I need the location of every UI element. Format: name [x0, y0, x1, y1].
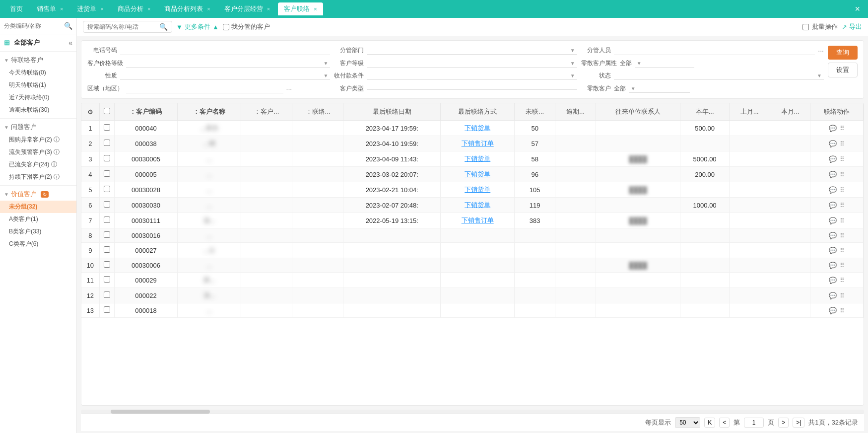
- nav-customer-contact[interactable]: 客户联络 ×: [278, 2, 323, 15]
- settings-icon[interactable]: ⚙: [87, 108, 93, 116]
- sidebar-search-icon[interactable]: 🔍: [64, 22, 72, 30]
- row-checkbox[interactable]: [99, 243, 114, 258]
- action-more-icon[interactable]: ⠿: [840, 155, 845, 163]
- action-more-icon[interactable]: ⠿: [840, 186, 845, 194]
- action-more-icon[interactable]: ⠿: [840, 307, 845, 314]
- action-more-icon[interactable]: ⠿: [840, 125, 845, 132]
- action-more-icon[interactable]: ⠿: [840, 247, 845, 254]
- table-scrollbar[interactable]: [81, 410, 864, 414]
- person-dots-icon[interactable]: ···: [818, 47, 824, 55]
- action-more-icon[interactable]: ⠿: [840, 202, 845, 209]
- action-chat-icon[interactable]: 💬: [829, 292, 837, 299]
- row-checkbox[interactable]: [99, 303, 114, 318]
- row-checkbox[interactable]: [99, 273, 114, 288]
- action-chat-icon[interactable]: 💬: [829, 171, 837, 178]
- sidebar-item-class-a[interactable]: A类客户(1): [0, 213, 76, 225]
- action-more-icon[interactable]: ⠿: [840, 262, 845, 269]
- nav-purchase[interactable]: 进货单 ×: [71, 2, 109, 15]
- row-checkbox[interactable]: [99, 228, 114, 243]
- row-checkbox[interactable]: [99, 167, 114, 182]
- sidebar-item-churn-warn[interactable]: 流失预警客户(3) ⓘ: [0, 146, 76, 158]
- sidebar-item-week[interactable]: 近7天待联络(0): [0, 91, 76, 104]
- row-last-type[interactable]: [441, 258, 515, 273]
- action-chat-icon[interactable]: 💬: [829, 262, 837, 269]
- nav-ct-close[interactable]: ×: [267, 6, 270, 12]
- row-checkbox[interactable]: [99, 151, 114, 167]
- sidebar-collapse-btn[interactable]: «: [68, 39, 72, 47]
- action-chat-icon[interactable]: 💬: [829, 277, 837, 284]
- sidebar-item-overdue[interactable]: 逾期未联络(30): [0, 104, 76, 116]
- action-more-icon[interactable]: ⠿: [840, 292, 845, 299]
- filter-dept-select[interactable]: ▼: [367, 47, 577, 55]
- row-last-type[interactable]: 下销售订单: [441, 136, 515, 151]
- reset-button[interactable]: 设置: [828, 63, 858, 77]
- filter-cg-select[interactable]: ▼: [367, 60, 577, 68]
- row-last-type[interactable]: [441, 228, 515, 243]
- action-chat-icon[interactable]: 💬: [829, 186, 837, 194]
- sidebar-item-class-b[interactable]: B类客户(33): [0, 225, 76, 238]
- prev-page-btn[interactable]: <: [719, 418, 730, 428]
- filter-pg-select[interactable]: ▼: [126, 60, 330, 68]
- action-more-icon[interactable]: ⠿: [840, 171, 845, 178]
- sidebar-group-problem[interactable]: ▼ 问题客户: [0, 121, 76, 134]
- sidebar-item-declining[interactable]: 持续下滑客户(2) ⓘ: [0, 171, 76, 183]
- nav-product-list[interactable]: 商品分析列表 ×: [158, 2, 216, 15]
- scrollbar-thumb[interactable]: [111, 410, 210, 414]
- nav-sales-close[interactable]: ×: [60, 6, 63, 12]
- batch-checkbox[interactable]: [802, 24, 809, 30]
- action-chat-icon[interactable]: 💬: [829, 217, 837, 224]
- per-page-select[interactable]: 50 100 200: [675, 417, 700, 428]
- filter-person-input[interactable]: [614, 46, 815, 55]
- export-btn[interactable]: ↗ 导出: [842, 22, 862, 31]
- nav-purchase-close[interactable]: ×: [100, 6, 103, 12]
- filter-payment-select[interactable]: ▼: [367, 72, 577, 80]
- filter-status-select[interactable]: ▼: [614, 72, 824, 80]
- nav-product-analysis[interactable]: 商品分析 ×: [112, 2, 156, 15]
- row-last-type[interactable]: 下销货单: [441, 198, 515, 213]
- sidebar-item-churned[interactable]: 已流失客户(24) ⓘ: [0, 158, 76, 171]
- row-last-type[interactable]: [441, 273, 515, 288]
- row-last-type[interactable]: [441, 303, 515, 318]
- row-checkbox[interactable]: [99, 213, 114, 228]
- sidebar-item-unclassified[interactable]: 未分组(32): [0, 201, 76, 213]
- toolbar-search-icon[interactable]: 🔍: [159, 23, 168, 31]
- sidebar-item-class-c[interactable]: C类客户(6): [0, 238, 76, 250]
- nav-home[interactable]: 首页: [4, 2, 29, 15]
- toolbar-filter-btn[interactable]: ▼ 更多条件 ▲: [176, 22, 219, 31]
- action-chat-icon[interactable]: 💬: [829, 232, 837, 239]
- row-checkbox[interactable]: [99, 198, 114, 213]
- action-more-icon[interactable]: ⠿: [840, 140, 845, 147]
- filter-sc-select[interactable]: ▼: [629, 85, 690, 93]
- row-last-type[interactable]: [441, 288, 515, 303]
- next-page-btn[interactable]: >: [778, 418, 789, 428]
- filter-nature-select[interactable]: ▼: [120, 72, 330, 80]
- row-last-type[interactable]: 下销售订单: [441, 213, 515, 228]
- sidebar-item-today[interactable]: 今天待联络(0): [0, 67, 76, 79]
- select-all-checkbox[interactable]: [104, 108, 110, 114]
- filter-phone-input[interactable]: [120, 46, 330, 55]
- sidebar-item-hoard-abnormal[interactable]: 囤购异常客户(2) ⓘ: [0, 134, 76, 146]
- region-dots-icon[interactable]: ···: [286, 85, 292, 93]
- nav-customer-tier[interactable]: 客户分层经营 ×: [218, 2, 276, 15]
- action-chat-icon[interactable]: 💬: [829, 155, 837, 163]
- toolbar-my-customers-check[interactable]: 我分管的客户: [223, 22, 270, 31]
- nav-close-all[interactable]: ×: [851, 2, 864, 16]
- row-last-type[interactable]: 下销货单: [441, 167, 515, 182]
- action-chat-icon[interactable]: 💬: [829, 125, 837, 132]
- first-page-btn[interactable]: K: [704, 418, 715, 428]
- filter-region-input[interactable]: [126, 84, 283, 93]
- row-checkbox[interactable]: [99, 182, 114, 198]
- last-page-btn[interactable]: >|: [793, 418, 804, 428]
- row-checkbox[interactable]: [99, 121, 114, 136]
- sidebar-item-tomorrow[interactable]: 明天待联络(1): [0, 79, 76, 91]
- nav-pa-close[interactable]: ×: [147, 6, 150, 12]
- row-checkbox[interactable]: [99, 288, 114, 303]
- action-chat-icon[interactable]: 💬: [829, 247, 837, 254]
- row-last-type[interactable]: [441, 243, 515, 258]
- sidebar-group-value[interactable]: ▼ 价值客户 ↻: [0, 188, 76, 201]
- row-last-type[interactable]: 下销货单: [441, 151, 515, 167]
- action-chat-icon[interactable]: 💬: [829, 307, 837, 314]
- nav-cc-close[interactable]: ×: [314, 6, 317, 12]
- nav-sales[interactable]: 销售单 ×: [31, 2, 69, 15]
- action-more-icon[interactable]: ⠿: [840, 232, 845, 239]
